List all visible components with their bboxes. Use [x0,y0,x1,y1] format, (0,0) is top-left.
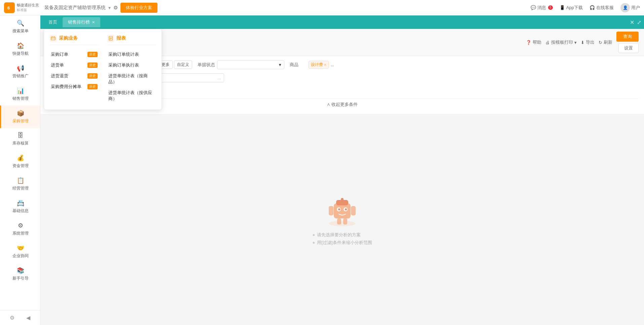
tab-close-icon[interactable]: ✕ [92,20,95,25]
report-col-icon [107,35,114,42]
svg-text:6: 6 [7,5,10,10]
sidebar-label-capital: 资金管理 [12,163,29,169]
svg-point-16 [54,36,55,37]
menu-item-expense[interactable]: 采购费用分摊单 历史 [49,81,99,92]
sidebar-collapse-btn[interactable]: ◀ [26,315,30,321]
logo-text: 畅捷通好生意 [17,3,39,7]
help-icon: ❓ [526,40,531,45]
purchase-order-history: 历史 [87,52,98,57]
system-title-text: 装备及固定资产辅助管理系统 [44,5,106,11]
tab-home[interactable]: 首页 [43,17,63,27]
top-right: 💬 消息 5 📱 App下载 🎧 在线客服 👤 用户 [531,3,640,12]
sidebar-label-search: 搜索菜单 [12,28,29,34]
purchase-order-label: 采购订单 [51,51,68,57]
avatar: 👤 [620,3,630,12]
salesman-more[interactable]: ... [217,75,221,80]
sidebar-label-quick: 快捷导航 [12,51,29,56]
user-item[interactable]: 👤 用户 [620,3,640,12]
sidebar-item-purchase[interactable]: 📦 采购管理 [0,106,40,128]
purchase-order-stat-label: 采购订单统计表 [108,51,139,57]
quick-date-custom[interactable]: 自定义 [174,60,192,69]
svg-rect-4 [336,200,348,205]
dropdown-menu: 采购业务 采购订单 历史 进货单 历史 进货退货 历史 采购费用分摊单 历史 报… [44,29,162,110]
empty-tip2: 用[过滤]条件来缩小分析范围 [317,239,372,246]
svg-rect-9 [343,218,347,225]
system-icon: ⚙ [18,222,23,229]
guide-icon: 📚 [17,267,24,274]
menu-item-purchase-order-exec[interactable]: 采购订单执行表 [107,60,156,71]
top-bar: 6 畅捷通好生意 标准版 装备及固定资产辅助管理系统 ▾ ⚙ 体验行业方案 💬 … [0,0,644,15]
tab-expand-icon[interactable]: ⤢ [637,19,641,26]
stock-stat-goods-label: 进货单统计表（按商品） [108,73,155,85]
tab-sales-rank[interactable]: 销售排行榜 ✕ [63,17,100,27]
message-badge: 5 [548,5,553,10]
help-btn[interactable]: ❓ 帮助 [526,39,541,45]
sidebar-item-quick[interactable]: 🏠 快捷导航 [0,38,40,60]
sidebar-item-enterprise[interactable]: 🤝 企业协同 [0,240,40,263]
empty-state: ● 请先选择要分析的方案 ● 用[过滤]条件来缩小分析范围 [40,115,644,325]
purchase-icon: 📦 [17,110,24,117]
print-icon: 🖨 [545,40,550,45]
export-icon: ⬇ [581,40,584,45]
return-history: 历史 [87,73,98,79]
goods-more[interactable]: ... [331,63,334,67]
svg-rect-6 [329,206,333,215]
expense-label: 采购费用分摊单 [51,84,81,90]
sidebar-label-marketing: 营销推广 [12,73,29,79]
report-column-title: 报表 [107,35,156,45]
app-download-item[interactable]: 📱 App下载 [560,5,583,11]
collapse-label: 收起更多条件 [331,102,358,107]
dropdown-arrow[interactable]: ▾ [108,5,111,10]
trial-button[interactable]: 体验行业方案 [120,3,157,13]
sidebar-item-marketing[interactable]: 📢 营销推广 [0,60,40,83]
app-download-label: App下载 [566,5,583,11]
doc-status-select[interactable]: ▾ [217,60,284,69]
menu-item-purchase-order-stat[interactable]: 采购订单统计表 [107,49,156,60]
menu-item-return[interactable]: 进货退货 历史 [49,71,99,81]
sidebar-item-system[interactable]: ⚙ 系统管理 [0,218,40,240]
goods-tag: 设计费 × [309,61,329,69]
tab-sales-rank-label: 销售排行榜 [68,19,90,25]
system-settings-icon[interactable]: ⚙ [113,5,118,11]
sidebar-label-inventory: 库存核算 [12,140,29,146]
refresh-btn[interactable]: ↻ 刷新 [599,39,612,45]
menu-item-stock-stat-goods[interactable]: 进货单统计表（按商品） [107,71,156,87]
sidebar-settings-btn[interactable]: ⚙ [10,315,14,321]
stock-in-history: 历史 [87,63,98,68]
sales-icon: 📊 [17,87,24,94]
empty-illustration [322,193,362,227]
online-service-item[interactable]: 🎧 在线客服 [589,5,614,11]
sidebar-label-sales: 销售管理 [12,96,29,101]
sidebar-item-search[interactable]: 🔍 搜索菜单 [0,15,40,38]
sidebar-item-operation[interactable]: 📋 经营管理 [0,173,40,195]
basic-icon: 📇 [17,199,24,207]
menu-item-stock-in[interactable]: 进货单 历史 [49,60,99,71]
sidebar-item-sales[interactable]: 📊 销售管理 [0,83,40,106]
expense-history: 历史 [87,84,98,89]
svg-point-12 [338,208,340,210]
message-item[interactable]: 💬 消息 5 [531,5,553,11]
sidebar-item-guide[interactable]: 📚 新手引导 [0,263,40,285]
refresh-icon: ↻ [599,40,602,45]
goods-tag-close[interactable]: × [324,63,326,67]
report-column: 报表 采购订单统计表 采购订单执行表 进货单统计表（按商品） 进货单统计表（按供… [107,35,156,104]
print-btn[interactable]: 🖨 按模板打印 ▾ [545,39,577,45]
return-label: 进货退货 [51,73,68,79]
settings-button[interactable]: 设置 [618,43,639,53]
sidebar-item-basic[interactable]: 📇 基础信息 [0,195,40,218]
svg-point-13 [345,208,347,210]
marketing-icon: 📢 [17,65,24,72]
svg-point-15 [52,36,52,37]
salesman-select[interactable]: ... [157,73,224,82]
sidebar-item-capital[interactable]: 💰 资金管理 [0,150,40,173]
tab-close-all-icon[interactable]: ✕ [630,19,634,26]
export-btn[interactable]: ⬇ 导出 [581,39,595,45]
query-button[interactable]: 查询 [616,32,639,42]
sidebar-item-inventory[interactable]: 🗄 库存核算 [0,128,40,150]
menu-item-purchase-order[interactable]: 采购订单 历史 [49,49,99,60]
print-arrow: ▾ [574,40,577,45]
svg-rect-8 [337,218,341,225]
menu-item-stock-stat-supplier[interactable]: 进货单统计表（按供应商） [107,87,156,104]
doc-status-filter: 单据状态 ▾ [198,60,284,69]
collapse-icon: ∧ [327,102,332,107]
